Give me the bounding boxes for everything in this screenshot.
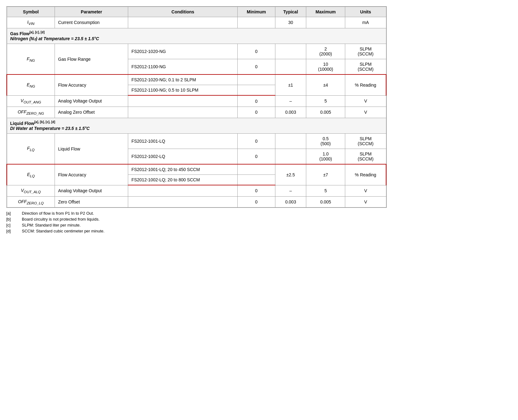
liquid-flow-range-min-2: 0 xyxy=(238,149,275,165)
vin-units: mA xyxy=(345,17,386,28)
vout-ang-minimum: 0 xyxy=(238,95,275,107)
note-a-text: Direction of flow is from P1 In to P2 Ou… xyxy=(22,211,387,216)
gas-flow-acc-max: ±4 xyxy=(306,74,345,95)
liquid-flow-section-header: Liquid Flow[a], [b], [c], [d] DI Water a… xyxy=(7,118,386,134)
gas-flow-range-min-1: 0 xyxy=(238,44,275,59)
liquid-flow-range-min-1: 0 xyxy=(238,134,275,149)
elq-subscript: LQ xyxy=(30,174,35,178)
vin-conditions xyxy=(128,17,238,28)
elq-symbol: ELQ xyxy=(7,164,55,185)
offzero-lq-subscript: ZERO_LQ xyxy=(27,201,44,205)
offzero-ng-subscript: ZERO_NG xyxy=(27,111,44,115)
gas-flow-range-units-1: SLPM(SCCM) xyxy=(345,44,386,59)
vout-alq-units: V xyxy=(345,185,386,196)
offzero-lq-units: V xyxy=(345,196,386,208)
offzero-lq-minimum: 0 xyxy=(238,196,275,208)
liquid-flow-range-parameter: Liquid Flow xyxy=(55,134,128,165)
offzero-ng-units: V xyxy=(345,107,386,118)
analog-voltage-ng-row: VOUT_ANG Analog Voltage Output 0 – 5 V xyxy=(7,95,386,107)
liquid-flow-acc-min-2 xyxy=(238,175,275,185)
note-a: [a] Direction of flow is from P1 In to P… xyxy=(6,211,387,216)
gas-flow-range-max-1: 2(2000) xyxy=(306,44,345,59)
gas-flow-acc-min-2 xyxy=(238,85,275,96)
zero-offset-lq-row: OFFZERO_LQ Zero Offset 0 0.003 0.005 V xyxy=(7,196,386,208)
liquid-flow-range-units-2: SLPM(SCCM) xyxy=(345,149,386,165)
offzero-ng-parameter: Analog Zero Offset xyxy=(55,107,128,118)
gas-flow-acc-units: % Reading xyxy=(345,74,386,95)
col-header-maximum: Maximum xyxy=(306,7,345,17)
liquid-flow-range-typ-1 xyxy=(275,134,306,149)
main-table-wrapper: Symbol Parameter Conditions Minimum Typi… xyxy=(6,6,387,208)
gas-flow-range-row-1: FNG Gas Flow Range FS2012-1020-NG 0 2(20… xyxy=(7,44,386,59)
vin-subscript: VIN xyxy=(28,21,34,26)
notes-section: [a] Direction of flow is from P1 In to P… xyxy=(6,211,387,233)
note-d-text: SCCM: Standard cubic centimeter per minu… xyxy=(22,229,387,233)
vin-parameter: Current Consumption xyxy=(55,17,128,28)
zero-offset-ng-row: OFFZERO_NG Analog Zero Offset 0 0.003 0.… xyxy=(7,107,386,118)
vin-symbol: IVIN xyxy=(7,17,55,28)
vout-ang-typical: – xyxy=(275,95,306,107)
liquid-flow-title: Liquid Flow[a], [b], [c], [d] xyxy=(10,121,55,126)
liquid-flow-range-units-1: SLPM(SCCM) xyxy=(345,134,386,149)
vout-ang-conditions xyxy=(128,95,238,107)
gas-flow-range-typ-1 xyxy=(275,44,306,59)
gas-flow-acc-min-1 xyxy=(238,74,275,85)
vout-ang-units: V xyxy=(345,95,386,107)
vout-ang-maximum: 5 xyxy=(306,95,345,107)
vin-typical: 30 xyxy=(275,17,306,28)
offzero-ng-symbol: OFFZERO_NG xyxy=(7,107,55,118)
gas-flow-range-cond-1: FS2012-1020-NG xyxy=(128,44,238,59)
gas-flow-range-units-2: SLPM(SCCM) xyxy=(345,59,386,75)
liquid-flow-subtitle: DI Water at Temperature = 23.5 ± 1.5°C xyxy=(10,126,90,131)
vout-alq-symbol: VOUT_ALQ xyxy=(7,185,55,196)
liquid-flow-sup: [a], [b], [c], [d] xyxy=(34,121,55,124)
gas-flow-subtitle: Nitrogen (N₂) at Temperature = 23.5 ± 1.… xyxy=(10,36,99,41)
vin-minimum xyxy=(238,17,275,28)
note-c-label: [c] xyxy=(6,223,22,227)
eng-subscript: NG xyxy=(30,84,35,88)
eng-symbol: ENG xyxy=(7,74,55,95)
gas-flow-acc-parameter: Flow Accuracy xyxy=(55,74,128,95)
vout-alq-subscript: OUT_ALQ xyxy=(24,190,41,194)
liquid-flow-range-row-1: FLQ Liquid Flow FS2012-1001-LQ 0 0.5(500… xyxy=(7,134,386,149)
current-consumption-row: IVIN Current Consumption 30 mA xyxy=(7,17,386,28)
note-b: [b] Board circuitry is not protected fro… xyxy=(6,217,387,222)
offzero-ng-maximum: 0.005 xyxy=(306,107,345,118)
gas-flow-acc-cond-2: FS2012-1100-NG; 0.5 to 10 SLPM xyxy=(128,85,238,96)
offzero-ng-conditions xyxy=(128,107,238,118)
liquid-flow-acc-min-1 xyxy=(238,164,275,175)
fng-subscript: NG xyxy=(29,58,35,62)
vout-alq-parameter: Analog Voltage Output xyxy=(55,185,128,196)
offzero-ng-typical: 0.003 xyxy=(275,107,306,118)
gas-flow-range-typ-2 xyxy=(275,59,306,75)
note-d: [d] SCCM: Standard cubic centimeter per … xyxy=(6,229,387,233)
offzero-lq-parameter: Zero Offset xyxy=(55,196,128,208)
note-c: [c] SLPM: Standard liter per minute. xyxy=(6,223,387,227)
liquid-flow-acc-typ: ±2.5 xyxy=(275,164,306,185)
liquid-flow-acc-parameter: Flow Accuracy xyxy=(55,164,128,185)
gas-flow-acc-typ: ±1 xyxy=(275,74,306,95)
liquid-flow-range-cond-1: FS2012-1001-LQ xyxy=(128,134,238,149)
vout-ang-subscript: OUT_ANG xyxy=(23,100,41,104)
col-header-parameter: Parameter xyxy=(55,7,128,17)
col-header-minimum: Minimum xyxy=(238,7,275,17)
vout-alq-conditions xyxy=(128,185,238,196)
gas-flow-range-parameter: Gas Flow Range xyxy=(55,44,128,75)
liquid-flow-section-header-row: Liquid Flow[a], [b], [c], [d] DI Water a… xyxy=(7,118,386,134)
vout-ang-symbol: VOUT_ANG xyxy=(7,95,55,107)
gas-flow-section-header-row: Gas Flow[a], [c], [d] Nitrogen (N₂) at T… xyxy=(7,28,386,44)
gas-flow-section-header: Gas Flow[a], [c], [d] Nitrogen (N₂) at T… xyxy=(7,28,386,44)
liquid-flow-acc-units: % Reading xyxy=(345,164,386,185)
gas-flow-acc-row-1: ENG Flow Accuracy FS2012-1020-NG; 0.1 to… xyxy=(7,74,386,85)
analog-voltage-lq-row: VOUT_ALQ Analog Voltage Output 0 – 5 V xyxy=(7,185,386,196)
gas-flow-acc-cond-1: FS2012-1020-NG; 0.1 to 2 SLPM xyxy=(128,74,238,85)
gas-flow-sup: [a], [c], [d] xyxy=(30,31,45,34)
offzero-lq-typical: 0.003 xyxy=(275,196,306,208)
col-header-conditions: Conditions xyxy=(128,7,238,17)
liquid-flow-range-max-1: 0.5(500) xyxy=(306,134,345,149)
offzero-ng-minimum: 0 xyxy=(238,107,275,118)
vout-alq-typical: – xyxy=(275,185,306,196)
note-b-text: Board circuitry is not protected from li… xyxy=(22,217,387,222)
liquid-flow-acc-cond-1: FS2012-1001-LQ; 20 to 450 SCCM xyxy=(128,164,238,175)
col-header-typical: Typical xyxy=(275,7,306,17)
